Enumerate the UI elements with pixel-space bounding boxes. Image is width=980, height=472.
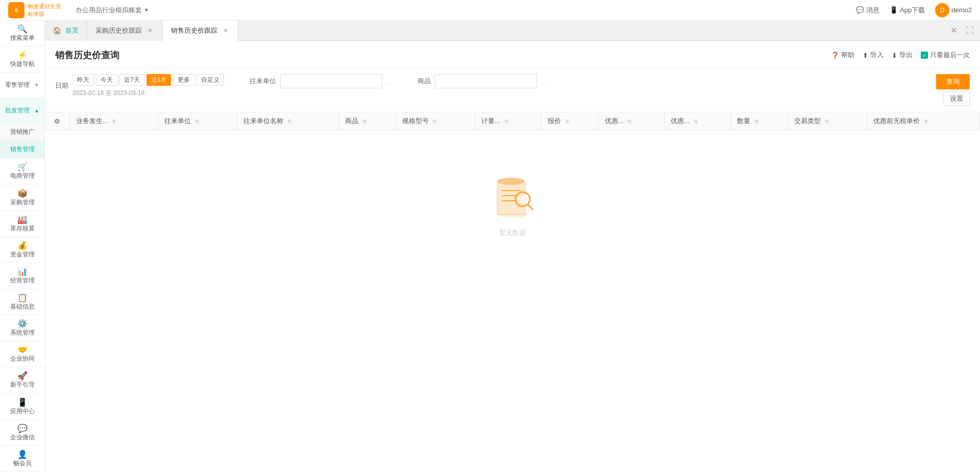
member-icon: 👤 (17, 450, 28, 459)
export-label: 导出 (899, 51, 913, 60)
tab-sales-close[interactable]: ✕ (222, 27, 230, 35)
sidebar-item-quick-nav[interactable]: ⚡ 快捷导航 (0, 46, 44, 73)
gear-icon[interactable]: ⚙ (54, 117, 60, 125)
sidebar-item-retail-mgmt[interactable]: 零售管理 ▼ (0, 73, 44, 98)
col-trade-type[interactable]: 交易类型 ⇅ (788, 112, 867, 130)
col-discount2[interactable]: 优惠... ⇅ (665, 112, 731, 130)
download-icon: 📱 (890, 6, 898, 14)
sidebar-item-inventory[interactable]: 🏭 库存核算 (0, 211, 44, 237)
sidebar-label-wholesale: 批发管理 (5, 106, 30, 115)
date-filter: 日期 昨天 今天 近7天 近1月 更多 自定义 2023-02-18 至 202… (55, 74, 224, 98)
partner-filter-label: 往来单位 (250, 77, 276, 86)
date-btn-custom[interactable]: 自定义 (197, 74, 224, 86)
col-quantity[interactable]: 数量 ⇅ (731, 112, 788, 130)
col-discount1-label: 优惠... (605, 117, 624, 125)
col-settings[interactable]: ⚙ (45, 112, 69, 130)
operations-icon: 📊 (17, 267, 28, 276)
product-input[interactable] (435, 74, 537, 88)
col-biz-date[interactable]: 业务发生... ⇅ (69, 112, 158, 130)
tab-home-label: 首页 (65, 26, 79, 35)
sidebar-item-ecommerce[interactable]: 🛒 电商管理 (0, 158, 44, 184)
wechat-icon: 💬 (17, 423, 28, 433)
tab-purchase-label: 采购历史价跟踪 (95, 26, 142, 35)
sort-partner-name-icon: ⇅ (287, 119, 291, 124)
empty-state: 暂无数据 (45, 130, 980, 278)
col-partner-name[interactable]: 往来单位名称 ⇅ (237, 112, 339, 130)
date-btn-last7days[interactable]: 近7天 (119, 74, 144, 86)
tab-purchase-close[interactable]: ✕ (146, 27, 154, 35)
logo-icon: 6 (8, 2, 24, 18)
sort-spec-icon: ⇅ (432, 119, 436, 124)
col-trade-type-label: 交易类型 (794, 117, 821, 125)
sort-trade-type-icon: ⇅ (825, 119, 829, 124)
sidebar-label-purchase: 采购管理 (10, 198, 35, 207)
col-pre-discount-price[interactable]: 优惠前无税单价 ⇅ (867, 112, 980, 130)
sidebar-item-enterprise-agreement[interactable]: 🤝 企业协同 (0, 341, 44, 367)
import-action[interactable]: ⬆ 导入 (863, 51, 884, 60)
svg-point-4 (497, 178, 525, 185)
sidebar-item-marketing[interactable]: 营销推广 (0, 124, 44, 141)
settings-button[interactable]: 设置 (943, 91, 970, 106)
partner-input-wrapper: ... (280, 74, 392, 88)
sidebar-item-operations[interactable]: 📊 经营管理 (0, 263, 44, 289)
help-icon: ❓ (831, 52, 839, 59)
appcenter-icon: 📱 (17, 397, 28, 407)
sidebar-item-sales-mgmt[interactable]: 销售管理 (0, 141, 44, 158)
sidebar: 🔍 搜索菜单 ⚡ 快捷导航 零售管理 ▼ 批发管理 ▲ 营销推广 销售管理 🛒 … (0, 20, 45, 472)
user-profile[interactable]: D demo2 (935, 3, 972, 17)
date-btn-yesterday[interactable]: 昨天 (72, 74, 94, 86)
sidebar-item-app-center[interactable]: 📱 应用中心 (0, 394, 44, 420)
product-dots[interactable]: ... (541, 78, 547, 85)
page-actions: ❓ 帮助 ⬆ 导入 ⬇ 导出 ✓ 只看最后一次 (831, 51, 970, 60)
sort-unit-icon: ⇅ (504, 119, 508, 124)
col-quoted-price-label: 报价 (548, 117, 561, 125)
col-partner-name-label: 往来单位名称 (243, 117, 283, 125)
empty-text: 暂无数据 (499, 228, 526, 238)
page-content: 销售历史价查询 ❓ 帮助 ⬆ 导入 ⬇ 导出 ✓ (45, 41, 980, 472)
import-label: 导入 (870, 51, 884, 60)
basicinfo-icon: 📋 (17, 293, 28, 302)
col-spec[interactable]: 规格型号 ⇅ (396, 112, 475, 130)
sidebar-item-wholesale-mgmt[interactable]: 批发管理 ▲ (0, 98, 44, 124)
col-partner-code-label: 往来单位 (164, 117, 191, 125)
tab-home[interactable]: 🏠 首页 (45, 20, 87, 41)
sidebar-item-new-guide[interactable]: 🚀 新手引导 (0, 367, 44, 393)
tab-sales-history[interactable]: 销售历史价跟踪 ✕ (163, 20, 238, 41)
app-selector[interactable]: 办公用品行业模拟账套 ▼ (76, 6, 149, 15)
help-action[interactable]: ❓ 帮助 (831, 51, 854, 60)
partner-input[interactable] (280, 74, 382, 88)
date-btn-last1month[interactable]: 近1月 (146, 74, 172, 86)
col-quoted-price[interactable]: 报价 ⇅ (541, 112, 598, 130)
col-unit[interactable]: 计量... ⇅ (475, 112, 542, 130)
date-btn-today[interactable]: 今天 (96, 74, 117, 86)
date-btn-more[interactable]: 更多 (173, 74, 194, 86)
export-action[interactable]: ⬇ 导出 (892, 51, 913, 60)
sidebar-label-finance: 资金管理 (10, 250, 35, 259)
table-container: ⚙ 业务发生... ⇅ 往来单位 ⇅ (45, 112, 980, 472)
only-last-checkbox[interactable]: ✓ 只看最后一次 (921, 51, 970, 60)
col-product[interactable]: 商品 ⇅ (339, 112, 396, 130)
col-discount1[interactable]: 优惠... ⇅ (598, 112, 665, 130)
sidebar-label-system: 系统管理 (10, 328, 35, 337)
messaging-action[interactable]: 💬 消息 (856, 6, 879, 15)
col-partner-code[interactable]: 往来单位 ⇅ (158, 112, 237, 130)
sort-quantity-icon: ⇅ (754, 119, 758, 124)
sidebar-item-enterprise-wechat[interactable]: 💬 企业微信 (0, 420, 44, 446)
app-download-action[interactable]: 📱 App下载 (890, 6, 925, 15)
sidebar-label-guide: 新手引导 (10, 381, 35, 389)
tab-purchase-history[interactable]: 采购历史价跟踪 ✕ (87, 20, 163, 41)
partner-filter: 往来单位 ... (250, 74, 392, 88)
sidebar-item-search-menu[interactable]: 🔍 搜索菜单 (0, 20, 44, 46)
sidebar-item-finance[interactable]: 💰 资金管理 (0, 237, 44, 263)
close-all-tabs-button[interactable]: ✕ (947, 25, 960, 37)
sidebar-item-purchase[interactable]: 📦 采购管理 (0, 184, 44, 210)
sidebar-item-member[interactable]: 👤 畅会员 (0, 446, 44, 472)
col-spec-label: 规格型号 (402, 117, 429, 125)
query-button[interactable]: 查询 (936, 74, 970, 89)
partner-dots[interactable]: ... (386, 78, 392, 85)
maximize-button[interactable]: ⛶ (964, 25, 976, 37)
sidebar-item-basic-info[interactable]: 📋 基础信息 (0, 289, 44, 315)
sidebar-item-system[interactable]: ⚙️ 系统管理 (0, 315, 44, 341)
export-icon: ⬇ (892, 52, 897, 59)
page-title: 销售历史价查询 (55, 49, 119, 61)
